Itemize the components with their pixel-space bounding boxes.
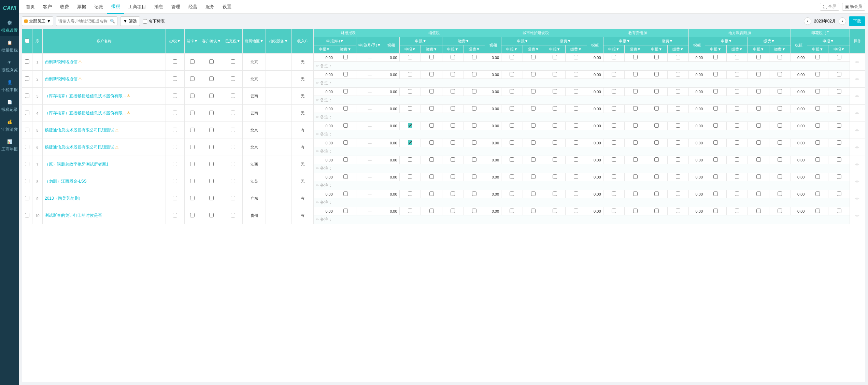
th-city-tax: 城市维护建设税 [485,29,587,37]
row-number: 6 [32,139,43,156]
region: 江苏 [243,173,266,190]
edit-button[interactable]: ✏ [850,156,865,173]
nav-fees[interactable]: 收费 [56,0,73,14]
remark-cell: ✏ 备注： [314,164,850,173]
sidebar-item-summary[interactable]: 💰 汇算清缴 [0,115,19,135]
month-display: 2023年02月 [814,18,836,24]
company-name[interactable]: 畅捷通信息技术股份有限公司民珺测试⚠ [43,122,166,139]
remark-text: 备注： [320,149,332,154]
sidebar-item-tax-browse[interactable]: 👁 报税浏览 [0,56,19,76]
region: 北京 [243,71,266,88]
pencil-icon: ✏ [316,81,319,85]
company-name[interactable]: 畅捷通信息技术股份有限公司民珺测试⚠ [43,139,166,156]
region: 北京 [243,122,266,139]
th-local-d1: 申报▼ [705,45,727,54]
edit-button[interactable]: ✏ [850,88,865,105]
nav-invoice[interactable]: 票据 [73,0,90,14]
company-name[interactable]: （勿删）江西股金-LSS [43,173,166,190]
edit-button[interactable]: ✏ [850,173,865,190]
sidebar-item-batch-tax[interactable]: 📋 批量报税 [0,36,19,56]
nav-settings[interactable]: 设置 [218,0,236,14]
fullscreen-button[interactable]: ⛶ 全屏 [820,3,839,11]
nav-customer[interactable]: 客户 [39,0,56,14]
sidebar-item-annual-report[interactable]: 📊 工商年报 [0,135,19,155]
edit-button[interactable]: ✏ [850,54,865,71]
device [266,207,291,224]
edit-button[interactable]: ✏ [850,139,865,156]
name-filter-input[interactable] [143,19,147,24]
nav-bookkeeping[interactable]: 记账 [90,0,107,14]
table-row: 8 （勿删）江西股金-LSS 江苏 无 0.00 — 0.00 0.00 0.0… [22,173,865,181]
company-name[interactable]: （库存核算）直播畅捷通信息技术股份有限...⚠ [43,105,166,122]
th-city-p1: 申报▼ [544,45,566,54]
company-name[interactable]: （原）误删勿故李艳牙测试所者新1 [43,156,166,173]
search-input[interactable] [58,19,109,24]
download-button[interactable]: 下载 [849,16,865,26]
table-row: 10 测试斯春的凭证打印的时候是否 贵州 有 0.00 — 0.00 0.00 … [22,207,865,215]
nav-service[interactable]: 服务 [201,0,218,14]
sidebar-item-personal-tax[interactable]: 👤 个税申报 [0,76,19,96]
region: 云南 [243,88,266,105]
select-all-checkbox[interactable] [25,39,29,43]
remark-text: 备注： [320,115,332,119]
income-flag: 无 [291,156,314,173]
filter-dot [24,19,28,23]
pencil-icon: ✏ [316,200,319,205]
edit-button[interactable]: ✏ [850,122,865,139]
table-row: 2 勿删新锐网络通信⚠ 北京 无 0.00 — 0.00 0.00 0.00 0… [22,71,865,79]
remark-cell: ✏ 备注： [314,147,850,156]
th-city-pay: 缴费▼ [544,37,587,45]
edit-button[interactable]: ✏ [850,190,865,207]
name-filter-checkbox[interactable]: 名下标表 [143,18,165,24]
nav-manage[interactable]: 管理 [167,0,184,14]
th-select [22,29,32,54]
company-name[interactable]: 勿删新锐网络通信⚠ [43,71,166,88]
edit-button[interactable]: ✏ [850,207,865,224]
tax-records-icon: 📄 [6,98,13,106]
th-local-p1: 申报▼ [748,45,769,54]
nav-business[interactable]: 工商项目 [124,0,150,14]
remark-cell: ✏ 备注： [314,130,850,139]
remark-text: 备注： [320,98,332,102]
edit-button[interactable]: ✏ [850,71,865,88]
table-row: 5 畅捷通信息技术股份有限公司民珺测试⚠ 北京 有 0.00 — 0.00 0.… [22,122,865,130]
warning-icon: ⚠ [78,59,82,64]
prev-month-button[interactable]: ‹ [804,17,811,25]
income-flag: 无 [291,105,314,122]
company-name[interactable]: 测试斯春的凭证打印的时候是否 [43,207,166,224]
row-number: 2 [32,71,43,88]
row-number: 5 [32,122,43,139]
next-month-button[interactable]: › [839,17,846,25]
table-container[interactable]: 序 客户名称 抄税▼ 清卡▼ 客户确认▼ 已完税▼ 所属地区▼ 抱税设备▼ 收入… [22,29,865,382]
employee-filter[interactable]: 全部员工 ▼ [22,16,53,26]
remark-cell: ✏ 备注： [314,79,850,88]
sidebar-item-tax-settings[interactable]: ⚙️ 报税设置 [0,16,19,36]
batch-tax-icon: 📋 [6,39,13,46]
nav-message[interactable]: 消息 [150,0,167,14]
nav-tax[interactable]: 报税 [107,0,124,14]
table-body: 1 勿删新锐网络通信⚠ 北京 无 0.00 — 0.00 0.00 0.00 0… [22,54,865,224]
th-edu-amount: 税额 [587,37,603,54]
company-name[interactable]: 2013（陶美芳勿删） [43,190,166,207]
table-row: 4 （库存核算）直播畅捷通信息技术股份有限...⚠ 云南 无 0.00 — 0.… [22,105,865,113]
sidebar-item-tax-records[interactable]: 📄 报税记录 [0,96,19,115]
warning-icon: ⚠ [115,128,119,132]
device [266,105,291,122]
pencil-icon: ✏ [316,183,319,188]
income-flag: 有 [291,122,314,139]
vip-button[interactable]: ▣ 畅会员 [842,3,865,11]
device [266,122,291,139]
table-row: 7 （原）误删勿故李艳牙测试所者新1 江西 无 0.00 — 0.00 0.00… [22,156,865,164]
income-val: 0.00 [314,207,335,215]
filter-button[interactable]: ▼ 筛选 [120,16,140,26]
region: 云南 [243,105,266,122]
row-number: 4 [32,105,43,122]
company-name[interactable]: （库存核算）直播畅捷通信息技术股份有限...⚠ [43,88,166,105]
nav-finance[interactable]: 经营 [184,0,201,14]
company-name[interactable]: 勿删新锐网络通信⚠ [43,54,166,71]
warning-icon: ⚠ [115,145,119,149]
edit-button[interactable]: ✏ [850,105,865,122]
table-row: 9 2013（陶美芳勿删） 广东 有 0.00 — 0.00 0.00 0.00… [22,190,865,198]
nav-home[interactable]: 首页 [22,0,39,14]
dropdown-arrow-icon: ▼ [47,19,51,24]
